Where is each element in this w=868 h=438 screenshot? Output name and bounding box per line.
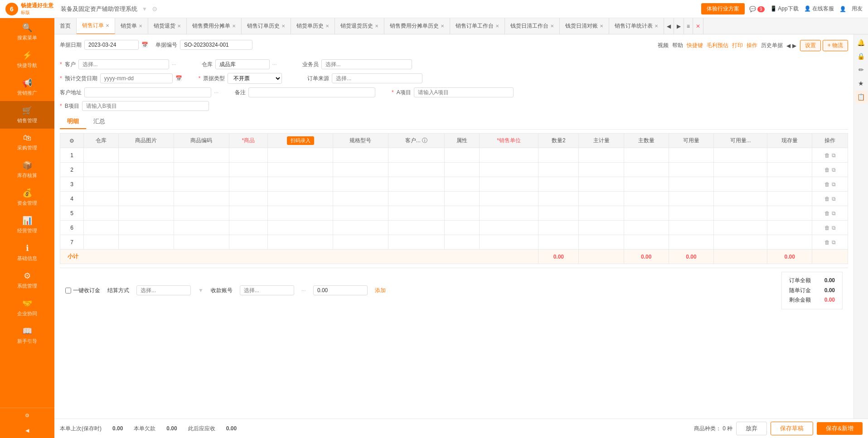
view-btn[interactable]: 视频 — [658, 42, 669, 49]
tab-cash-workbench[interactable]: 钱货日清工作台 ✕ — [505, 18, 560, 34]
tab-close-sales-return[interactable]: ✕ — [177, 24, 181, 29]
tab-close-fee-history[interactable]: ✕ — [441, 24, 444, 29]
sidebar-item-inventory[interactable]: 📦 库存核算 — [0, 156, 54, 183]
setup-btn[interactable]: 设置 — [800, 40, 821, 51]
customer-address-input[interactable] — [84, 87, 211, 97]
col-scan[interactable]: 扫码录入 — [268, 134, 333, 148]
date-input[interactable] — [84, 40, 139, 50]
row-delete-icon[interactable]: 🗑 — [824, 210, 830, 217]
row-copy-icon[interactable]: ⧉ — [832, 181, 836, 188]
row-delete-icon[interactable]: 🗑 — [824, 181, 830, 188]
right-icon-2[interactable]: 🔒 — [855, 50, 868, 63]
sidebar-item-finance[interactable]: 💰 资金管理 — [0, 183, 54, 211]
account-ellipsis[interactable]: ··· — [301, 287, 306, 294]
row-copy-icon[interactable]: ⧉ — [832, 225, 836, 231]
help-btn[interactable]: 帮助 — [672, 42, 683, 49]
customer-input[interactable] — [78, 59, 169, 69]
tab-home[interactable]: 首页 — [54, 18, 77, 34]
col-settings[interactable]: ⚙ — [60, 134, 84, 148]
row-copy-icon[interactable]: ⧉ — [832, 239, 836, 245]
tab-sales-stats[interactable]: 销售订单统计表 ✕ — [609, 18, 664, 34]
tab-menu-btn[interactable]: ≡ — [684, 18, 693, 34]
profit-btn[interactable]: 毛利预估 — [707, 42, 728, 49]
sidebar-item-guide[interactable]: 📖 新手引导 — [0, 322, 54, 349]
customer-ellipsis[interactable]: ··· — [172, 61, 176, 67]
sidebar-item-search[interactable]: 🔍 搜索菜单 — [0, 18, 54, 46]
save-draft-button[interactable]: 保存草稿 — [771, 422, 813, 435]
settings-gear-icon[interactable]: ⚙ — [152, 5, 158, 13]
add-material-btn[interactable]: + 物流 — [823, 40, 848, 51]
discard-button[interactable]: 放弃 — [736, 422, 767, 435]
tab-cash-reconcile[interactable]: 钱货日清对账 ✕ — [560, 18, 609, 34]
remark-input[interactable] — [248, 87, 375, 97]
right-icon-1[interactable]: 🔔 — [855, 36, 868, 49]
row-delete-icon[interactable]: 🗑 — [824, 196, 830, 202]
sidebar-item-purchase[interactable]: 🛍 采购管理 — [0, 129, 54, 156]
tab-sales-goods[interactable]: 销货单 ✕ — [115, 18, 148, 34]
sidebar-item-business[interactable]: 📊 经营管理 — [0, 211, 54, 239]
industry-solution-button[interactable]: 体验行业方案 — [701, 3, 745, 14]
right-icon-3[interactable]: ✏ — [855, 63, 868, 76]
delivery-date-input[interactable] — [100, 73, 173, 83]
sidebar-collapse-btn[interactable]: ◀ — [0, 423, 54, 438]
operation-btn[interactable]: 操作 — [747, 42, 757, 49]
save-new-button[interactable]: 保存&新增 — [817, 422, 863, 435]
user-name[interactable]: 用友 — [852, 5, 863, 13]
tab-next-btn[interactable]: ▶ — [674, 18, 684, 34]
tab-close-cash-reconcile[interactable]: ✕ — [600, 24, 603, 29]
warehouse-input[interactable] — [215, 59, 270, 69]
order-source-input[interactable] — [332, 73, 422, 83]
tab-close-sales-order[interactable]: ✕ — [106, 23, 109, 28]
staff-input[interactable] — [321, 59, 412, 69]
tab-sales-fee[interactable]: 销售费用分摊单 ✕ — [187, 18, 242, 34]
account-input[interactable] — [240, 285, 294, 295]
tab-detail[interactable]: 明细 — [60, 115, 86, 129]
sidebar-item-marketing[interactable]: 📢 营销推广 — [0, 73, 54, 101]
scan-btn[interactable]: 扫码录入 — [287, 136, 314, 145]
address-ellipsis[interactable]: ··· — [214, 89, 218, 96]
project-b-input[interactable] — [82, 101, 209, 111]
history-btn[interactable]: 历史单据 — [761, 42, 783, 49]
tab-sales-order[interactable]: 销售订单 ✕ — [77, 18, 115, 34]
invoice-type-select[interactable]: 不开票 — [228, 73, 282, 84]
tab-order-workbench[interactable]: 销售订单工作台 ✕ — [450, 18, 505, 34]
tab-goods-history[interactable]: 销货单历史 ✕ — [291, 18, 335, 34]
tab-close-goods-history[interactable]: ✕ — [325, 24, 329, 29]
row-delete-icon[interactable]: 🗑 — [824, 167, 830, 173]
sidebar-item-cooperation[interactable]: 🤝 企业协同 — [0, 294, 54, 322]
number-input[interactable] — [180, 40, 252, 50]
right-icon-orange[interactable]: 📋 — [855, 91, 868, 103]
row-copy-icon[interactable]: ⧉ — [832, 196, 836, 202]
row-copy-icon[interactable]: ⧉ — [832, 210, 836, 217]
shortcuts-btn[interactable]: 快捷键 — [687, 42, 703, 49]
notification-area[interactable]: 💬 9 — [749, 6, 765, 12]
tab-return-history[interactable]: 销货退货历史 ✕ — [335, 18, 384, 34]
tab-prev-btn[interactable]: ◀ — [664, 18, 674, 34]
tab-sales-order-history[interactable]: 销售订单历史 ✕ — [242, 18, 291, 34]
delivery-calendar-icon[interactable]: 📅 — [175, 75, 182, 82]
quick-settle-input[interactable] — [65, 288, 71, 294]
tab-close-order-workbench[interactable]: ✕ — [495, 24, 499, 29]
tab-fee-history[interactable]: 销售费用分摊单历史 ✕ — [384, 18, 450, 34]
row-delete-icon[interactable]: 🗑 — [824, 225, 830, 231]
project-a-input[interactable] — [414, 87, 514, 97]
row-delete-icon[interactable]: 🗑 — [824, 152, 830, 159]
tab-close-all-btn[interactable]: ✕ — [693, 18, 703, 34]
row-copy-icon[interactable]: ⧉ — [832, 167, 836, 173]
tab-sales-return[interactable]: 销货退货 ✕ — [148, 18, 187, 34]
sidebar-item-basicinfo[interactable]: ℹ 基础信息 — [0, 239, 54, 266]
calendar-icon[interactable]: 📅 — [141, 42, 148, 48]
tab-close-return-history[interactable]: ✕ — [375, 24, 378, 29]
quick-settle-checkbox[interactable]: 一键收订金 — [65, 287, 100, 294]
sidebar-item-system[interactable]: ⚙ 系统管理 — [0, 266, 54, 294]
settle-method-input[interactable] — [136, 285, 191, 295]
tab-close-order-history[interactable]: ✕ — [281, 24, 285, 29]
add-btn[interactable]: 添加 — [375, 287, 386, 294]
sidebar-settings-btn[interactable]: ⚙ — [0, 408, 54, 423]
tab-close-sales-fee[interactable]: ✕ — [232, 24, 236, 29]
right-icon-4[interactable]: ★ — [855, 77, 868, 90]
row-delete-icon[interactable]: 🗑 — [824, 239, 830, 245]
amount-input[interactable] — [313, 285, 368, 295]
tab-close-sales-stats[interactable]: ✕ — [655, 24, 658, 29]
tab-close-cash-workbench[interactable]: ✕ — [550, 24, 554, 29]
